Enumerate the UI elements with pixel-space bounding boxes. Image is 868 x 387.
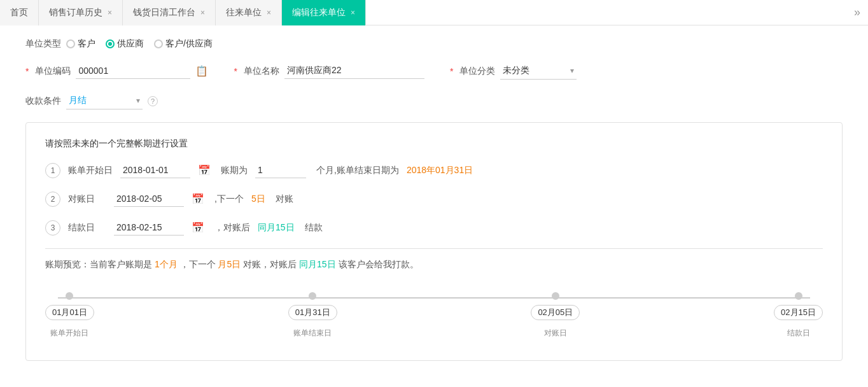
payment-term-select[interactable]: 月结 ▾ — [66, 92, 143, 109]
radio-supplier[interactable]: 供应商 — [106, 38, 144, 50]
unit-code-group: * 单位编码 📋 — [25, 63, 208, 79]
step-desc-suffix-2: 对账 — [276, 194, 293, 205]
unit-type-label: 单位类型 — [25, 38, 61, 50]
card-divider — [45, 248, 823, 249]
payment-term-row: 收款条件 月结 ▾ ? — [25, 92, 843, 109]
preview-part1: 1个月 — [155, 259, 178, 269]
step-date-2: 2018-02-05 — [114, 191, 184, 207]
timeline-sub-3: 结款日 — [787, 328, 810, 339]
tab-close-cash-work[interactable]: × — [200, 9, 205, 17]
timeline-label-1: 01月31日 — [288, 305, 337, 320]
tab-edit-partner[interactable]: 编辑往来单位 × — [282, 0, 366, 25]
step-desc-highlight-3: 同月15日 — [258, 222, 295, 234]
tab-cash-work[interactable]: 钱货日清工作台 × — [123, 0, 216, 25]
step-row-3: 3 结款日 2018-02-15 📅 ，对账后 同月15日 结款 — [45, 220, 823, 236]
step-date-1: 2018-01-01 — [120, 162, 190, 178]
unit-category-chevron-icon: ▾ — [570, 66, 574, 75]
unit-code-label: 单位编码 — [35, 66, 71, 77]
step-desc-highlight-2: 5日 — [251, 194, 265, 205]
step-calendar-icon-3[interactable]: 📅 — [192, 222, 204, 234]
step-row-2: 2 对账日 2018-02-05 📅 ,下一个 5日 对账 — [45, 191, 823, 207]
timeline-sub-1: 账单结束日 — [293, 328, 332, 339]
unit-category-label: 单位分类 — [459, 66, 495, 77]
timeline-label-3: 02月15日 — [774, 305, 823, 320]
step-number-1: 1 — [45, 163, 60, 178]
timeline-label-2: 02月05日 — [531, 305, 580, 320]
step-calendar-icon-1[interactable]: 📅 — [198, 164, 211, 176]
timeline-label-0: 01月01日 — [45, 305, 94, 320]
tab-close-edit-partner[interactable]: × — [351, 9, 355, 17]
unit-type-group: 单位类型 客户 供应商 客户/供应商 — [25, 38, 213, 50]
timeline-dot-1 — [309, 292, 316, 300]
unit-name-input[interactable] — [284, 63, 424, 79]
payment-term-label: 收款条件 — [25, 95, 61, 107]
timeline-dot-2 — [552, 292, 559, 300]
timeline-point-0: 01月01日 账单开始日 — [45, 292, 94, 339]
timeline-sub-0: 账单开始日 — [50, 328, 88, 339]
step-calendar-icon-2[interactable]: 📅 — [192, 193, 204, 205]
step-label-2: 对账日 — [68, 194, 106, 205]
payment-term-value: 月结 — [69, 95, 134, 106]
step-row-1: 1 账单开始日 2018-01-01 📅 账期为 个月,账单结束日期为 2018… — [45, 162, 823, 178]
tab-expand-button[interactable]: » — [846, 6, 868, 19]
tab-sales-order-history[interactable]: 销售订单历史 × — [39, 0, 123, 25]
timeline-point-1: 01月31日 账单结束日 — [288, 292, 337, 339]
step-desc-prefix-3: ，对账后 — [214, 222, 250, 234]
radio-customer[interactable]: 客户 — [66, 38, 95, 50]
unit-info-row: * 单位编码 📋 * 单位名称 * 单位分类 未分类 ▾ — [25, 62, 843, 80]
unit-type-row: 单位类型 客户 供应商 客户/供应商 — [25, 38, 843, 50]
radio-supplier-circle — [106, 39, 115, 48]
step-number-2: 2 — [45, 192, 60, 207]
timeline-dot-0 — [66, 292, 73, 300]
timeline-dot-3 — [795, 292, 802, 300]
unit-category-select[interactable]: 未分类 ▾ — [500, 62, 577, 80]
step-end-date: 2018年01月31日 — [407, 165, 473, 176]
info-card: 请按照未来的一个完整帐期进行设置 1 账单开始日 2018-01-01 📅 账期… — [25, 122, 843, 361]
radio-customer-supplier[interactable]: 客户/供应商 — [154, 38, 213, 50]
unit-name-group: * 单位名称 — [234, 63, 424, 79]
unit-name-label: 单位名称 — [244, 66, 279, 77]
radio-customer-supplier-circle — [154, 39, 163, 48]
timeline-point-2: 02月05日 对账日 — [531, 292, 580, 339]
preview-part3: 同月15日 — [299, 259, 336, 269]
info-card-title: 请按照未来的一个完整帐期进行设置 — [45, 138, 823, 150]
timeline: 01月01日 账单开始日 01月31日 账单结束日 02月05日 对账日 02月… — [45, 286, 823, 345]
tab-partner-unit[interactable]: 往来单位 × — [216, 0, 282, 25]
step-period-input[interactable] — [255, 162, 306, 178]
step-date-3: 2018-02-15 — [114, 220, 184, 236]
step-desc-suffix-3: 结款 — [305, 222, 323, 234]
help-icon[interactable]: ? — [148, 96, 158, 106]
radio-group: 客户 供应商 客户/供应商 — [66, 38, 213, 50]
main-content: 单位类型 客户 供应商 客户/供应商 * 单位编码 — [0, 25, 868, 387]
tab-home[interactable]: 首页 — [0, 0, 39, 25]
tab-close-partner-unit[interactable]: × — [267, 9, 271, 17]
preview-part2: 月5日 — [218, 259, 241, 269]
unit-code-input[interactable] — [76, 63, 190, 79]
timeline-sub-2: 对账日 — [544, 328, 567, 339]
step-desc-prefix-2: ,下一个 — [214, 194, 244, 205]
timeline-points: 01月01日 账单开始日 01月31日 账单结束日 02月05日 对账日 02月… — [45, 292, 823, 339]
radio-customer-circle — [66, 39, 75, 48]
step-number-3: 3 — [45, 220, 60, 236]
unit-code-copy-icon[interactable]: 📋 — [195, 65, 208, 77]
tab-bar: 首页 销售订单历史 × 钱货日清工作台 × 往来单位 × 编辑往来单位 × » — [0, 0, 868, 25]
step-period-unit: 个月,账单结束日期为 — [316, 165, 399, 176]
tab-close-sales-order-history[interactable]: × — [108, 9, 112, 17]
step-suffix-1: 账期为 — [221, 165, 248, 176]
step-label-1: 账单开始日 — [68, 165, 113, 176]
unit-category-value: 未分类 — [503, 65, 568, 76]
payment-term-chevron-icon: ▾ — [136, 96, 140, 105]
step-label-3: 结款日 — [68, 222, 106, 234]
timeline-point-3: 02月15日 结款日 — [774, 292, 823, 339]
preview-text: 账期预览：当前客户账期是 1个月 ，下一个 月5日 对账，对账后 同月15日 该… — [45, 259, 823, 271]
unit-category-group: * 单位分类 未分类 ▾ — [450, 62, 577, 80]
payment-term-group: 收款条件 月结 ▾ ? — [25, 92, 158, 109]
